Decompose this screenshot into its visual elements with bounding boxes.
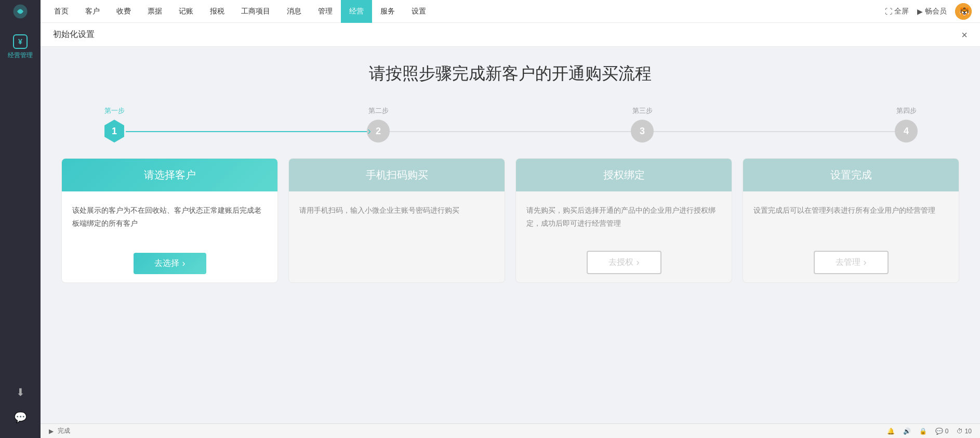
logo (0, 0, 41, 23)
play-icon: ▶ (917, 7, 923, 16)
step-1-circle: 1 (103, 120, 126, 143)
step-1-label: 第一步 (104, 106, 125, 115)
nav-items: 首页 客户 收费 票据 记账 报税 工商项目 消息 管理 经营 服务 设置 (41, 0, 885, 23)
card-2-body: 请用手机扫码，输入小微企业主账号密码进行购买 (289, 191, 505, 246)
fullscreen-label: 全屏 (894, 7, 909, 16)
card-3-btn: 去授权 › (587, 251, 661, 274)
nav-invoice[interactable]: 票据 (139, 0, 170, 23)
arrow-3: › (895, 125, 899, 137)
card-1-header: 请选择客户 (62, 159, 277, 191)
card-4-footer: 去管理 › (743, 242, 959, 282)
avatar[interactable]: 🐯 (955, 3, 972, 20)
lock-icon: 🔒 (919, 428, 927, 435)
status-text: 完成 (58, 427, 70, 435)
arrow-2: › (631, 125, 635, 137)
nav-settings[interactable]: 设置 (403, 0, 434, 23)
msg-count: 💬 0 (935, 428, 948, 435)
card-3-btn-label: 去授权 (608, 257, 633, 268)
close-button[interactable]: × (961, 30, 968, 40)
card-3-title: 授权绑定 (603, 169, 645, 181)
card-3-footer: 去授权 › (516, 242, 732, 282)
step-3-label: 第三步 (632, 106, 653, 115)
top-nav: 首页 客户 收费 票据 记账 报税 工商项目 消息 管理 经营 服务 设置 ⛶ … (0, 0, 980, 23)
nav-tax[interactable]: 报税 (202, 0, 233, 23)
step-4-label: 第四步 (896, 106, 917, 115)
step-1: 第一步 1 (103, 106, 126, 143)
card-2-footer (289, 246, 505, 282)
page-content: 请按照步骤完成新客户的开通购买流程 第一步 1 › 第二步 (41, 47, 980, 423)
timer: ⏱ 10 (957, 428, 972, 435)
card-2-text: 请用手机扫码，输入小微企业主账号密码进行购买 (299, 206, 459, 214)
card-3-btn-arrow: › (637, 257, 640, 268)
steps-container: 第一步 1 › 第二步 2 › (61, 106, 959, 143)
sidebar: ¥ 经营管理 ⬇ 💬 (0, 23, 41, 438)
volume-icon: 🔊 (903, 428, 911, 435)
connector-1: › (126, 131, 367, 132)
arrow-1: › (367, 125, 371, 137)
card-3-body: 请先购买，购买后选择开通的产品中的企业用户进行授权绑定，成功后即可进行经营管理 (516, 191, 732, 242)
card-3-text: 请先购买，购买后选择开通的产品中的企业用户进行授权绑定，成功后即可进行经营管理 (526, 206, 716, 227)
card-4-body: 设置完成后可以在管理列表进行所有企业用户的经营管理 (743, 191, 959, 242)
nav-message[interactable]: 消息 (279, 0, 310, 23)
nav-customer[interactable]: 客户 (77, 0, 108, 23)
sidebar-item-label: 经营管理 (8, 51, 33, 60)
nav-manage[interactable]: 管理 (310, 0, 341, 23)
member-btn[interactable]: ▶ 畅会员 (917, 7, 947, 16)
card-1-btn-arrow: › (182, 258, 186, 269)
cards-row: 请选择客户 该处展示的客户为不在回收站、客户状态正常建账后完成老板端绑定的所有客… (61, 158, 959, 283)
main-layout: ¥ 经营管理 ⬇ 💬 初始化设置 × 请按照步骤完成新客户的开通购买流程 (0, 23, 980, 438)
page-title: 初始化设置 (53, 29, 95, 40)
nav-account[interactable]: 记账 (170, 0, 202, 23)
card-1-body: 该处展示的客户为不在回收站、客户状态正常建账后完成老板端绑定的所有客户 (62, 191, 277, 244)
card-1: 请选择客户 该处展示的客户为不在回收站、客户状态正常建账后完成老板端绑定的所有客… (61, 158, 278, 283)
step-3: 第三步 3 (631, 106, 654, 143)
sidebar-bottom: ⬇ 💬 (14, 382, 27, 438)
fullscreen-icon: ⛶ (885, 7, 892, 16)
card-2: 手机扫码购买 请用手机扫码，输入小微企业主账号密码进行购买 (288, 158, 505, 283)
step-2: 第二步 2 (367, 106, 390, 143)
sidebar-download[interactable]: ⬇ (14, 382, 27, 403)
nav-service[interactable]: 服务 (372, 0, 403, 23)
svg-text:🐯: 🐯 (959, 7, 970, 17)
card-1-footer: 去选择 › (62, 244, 277, 282)
connector-2: › (390, 131, 631, 132)
connector-3: › (654, 131, 895, 132)
card-1-btn[interactable]: 去选择 › (134, 253, 206, 274)
sidebar-support[interactable]: 💬 (14, 407, 27, 428)
status-bar-left: ▶ 完成 (49, 427, 70, 435)
nav-right: ⛶ 全屏 ▶ 畅会员 🐯 (885, 3, 980, 20)
nav-biz[interactable]: 工商项目 (233, 0, 279, 23)
big-title: 请按照步骤完成新客户的开通购买流程 (61, 62, 959, 85)
card-2-title: 手机扫码购买 (366, 169, 428, 181)
nav-fee[interactable]: 收费 (108, 0, 139, 23)
card-4-text: 设置完成后可以在管理列表进行所有企业用户的经营管理 (753, 206, 935, 214)
support-icon: 💬 (14, 411, 27, 423)
card-4-btn-arrow: › (864, 257, 867, 268)
card-4-header: 设置完成 (743, 159, 959, 191)
card-1-title: 请选择客户 (144, 169, 196, 181)
card-4-btn: 去管理 › (814, 251, 889, 274)
step-2-label: 第二步 (368, 106, 389, 115)
card-4-btn-label: 去管理 (836, 257, 860, 268)
content-area: 初始化设置 × 请按照步骤完成新客户的开通购买流程 第一步 1 › (41, 23, 980, 438)
sidebar-item-operation[interactable]: ¥ 经营管理 (0, 28, 41, 66)
member-label: 畅会员 (925, 7, 947, 16)
nav-home[interactable]: 首页 (46, 0, 77, 23)
card-4-title: 设置完成 (830, 169, 872, 181)
page-header: 初始化设置 × (41, 23, 980, 47)
status-bar-right: 🔔 🔊 🔒 💬 0 ⏱ 10 (887, 428, 972, 435)
fullscreen-btn[interactable]: ⛶ 全屏 (885, 7, 909, 16)
card-2-header: 手机扫码购买 (289, 159, 505, 191)
operation-icon: ¥ (13, 34, 28, 49)
card-3-header: 授权绑定 (516, 159, 732, 191)
download-icon: ⬇ (16, 386, 25, 398)
step-4: 第四步 4 (895, 106, 918, 143)
nav-operation[interactable]: 经营 (341, 0, 372, 23)
status-bar: ▶ 完成 🔔 🔊 🔒 💬 0 ⏱ 10 (41, 423, 980, 438)
bell-icon: 🔔 (887, 428, 895, 435)
card-4: 设置完成 设置完成后可以在管理列表进行所有企业用户的经营管理 去管理 › (743, 158, 959, 283)
play-status-icon: ▶ (49, 428, 54, 435)
card-1-btn-label: 去选择 (154, 258, 179, 269)
card-1-text: 该处展示的客户为不在回收站、客户状态正常建账后完成老板端绑定的所有客户 (72, 206, 261, 227)
card-3: 授权绑定 请先购买，购买后选择开通的产品中的企业用户进行授权绑定，成功后即可进行… (515, 158, 732, 283)
